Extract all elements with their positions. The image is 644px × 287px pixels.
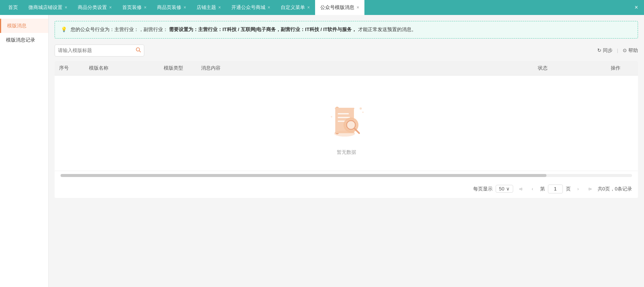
- svg-point-12: [331, 116, 332, 117]
- help-icon: ⊙: [623, 48, 627, 53]
- search-bar-right: ↻ 同步 | ⊙ 帮助: [597, 47, 638, 54]
- tab-custom-menu-label: 自定义菜单: [281, 4, 305, 11]
- search-icon[interactable]: [136, 47, 141, 54]
- tab-bar: 首页 微商城店铺设置 × 商品分类设置 × 首页装修 × 商品页装修 × 店铺主…: [0, 0, 644, 15]
- sync-button[interactable]: ↻ 同步: [597, 47, 613, 54]
- th-status: 状态: [533, 61, 593, 75]
- tab-custom-menu-close[interactable]: ×: [307, 5, 310, 10]
- search-bar: ↻ 同步 | ⊙ 帮助: [55, 45, 638, 57]
- tab-home-label: 首页: [8, 4, 18, 11]
- main-layout: 模版消息 模版消息记录 💡 您的公众号行业为：主营行业：，副营行业： 需要设置为…: [0, 15, 644, 287]
- th-name: 模版名称: [84, 61, 159, 75]
- notice-text-suffix: 才能正常发送预置的消息。: [358, 27, 416, 32]
- sync-label: 同步: [603, 47, 613, 54]
- last-page-button[interactable]: ⊳: [586, 184, 595, 193]
- tab-open-mall-label: 开通公众号商城: [231, 4, 265, 11]
- th-action: 操作: [593, 61, 638, 75]
- svg-line-1: [139, 51, 141, 52]
- tab-wechat-shop[interactable]: 微商城店铺设置 ×: [23, 0, 73, 15]
- sidebar-item-template-msg[interactable]: 模版消息: [0, 19, 48, 33]
- prev-page-button[interactable]: ‹: [528, 184, 537, 193]
- search-input[interactable]: [58, 48, 136, 53]
- page-number-input[interactable]: [548, 184, 563, 193]
- notice-icon: 💡: [61, 27, 67, 32]
- tab-template-msg-label: 公众号模版消息: [320, 4, 354, 11]
- tab-product-page-close[interactable]: ×: [184, 5, 186, 10]
- tab-home-decor[interactable]: 首页装修 ×: [117, 0, 152, 15]
- scroll-thumb[interactable]: [61, 174, 546, 177]
- th-content: 消息内容: [197, 61, 533, 75]
- help-label: 帮助: [628, 47, 638, 54]
- page-label-suffix: 页: [566, 186, 571, 192]
- empty-text: 暂无数据: [337, 149, 356, 156]
- chevron-down-icon: ∨: [506, 186, 510, 192]
- tab-product-category-label: 商品分类设置: [78, 4, 107, 11]
- tab-shop-theme-label: 店铺主题: [197, 4, 216, 11]
- page-label-prefix: 第: [540, 186, 545, 192]
- page-size-label: 每页显示: [473, 186, 493, 192]
- th-seq: 序号: [55, 61, 84, 75]
- tab-shop-theme[interactable]: 店铺主题 ×: [191, 0, 226, 15]
- tab-wechat-shop-close[interactable]: ×: [65, 5, 67, 10]
- divider: |: [617, 48, 618, 53]
- tab-open-mall-close[interactable]: ×: [268, 5, 270, 10]
- sidebar-item-template-msg-label: 模版消息: [7, 23, 27, 28]
- tab-product-category[interactable]: 商品分类设置 ×: [73, 0, 117, 15]
- notice-banner: 💡 您的公众号行业为：主营行业：，副营行业： 需要设置为：主营行业：IT科技 /…: [55, 21, 638, 39]
- first-page-button[interactable]: ⊲: [516, 184, 525, 193]
- tab-template-msg[interactable]: 公众号模版消息 ×: [315, 0, 364, 15]
- help-button[interactable]: ⊙ 帮助: [623, 47, 638, 54]
- next-page-button[interactable]: ›: [574, 184, 583, 193]
- notice-highlight: 需要设置为：主营行业：IT科技 / 互联网|电子商务，副营行业：IT科技 / I…: [169, 27, 357, 32]
- tab-product-category-close[interactable]: ×: [109, 5, 112, 10]
- sidebar-item-template-msg-record-label: 模版消息记录: [6, 37, 35, 43]
- svg-point-11: [362, 112, 364, 113]
- tab-open-mall[interactable]: 开通公众号商城 ×: [226, 0, 275, 15]
- svg-point-10: [360, 107, 362, 110]
- data-table: 序号 模版名称 模版类型 消息内容 状态 操作: [55, 61, 638, 198]
- tab-home-decor-close[interactable]: ×: [144, 5, 147, 10]
- sidebar: 模版消息 模版消息记录: [0, 15, 49, 287]
- pagination: 每页显示 50 ∨ ⊲ ‹ 第 页 › ⊳ 共0页，0条记录: [55, 180, 638, 198]
- table-header: 序号 模版名称 模版类型 消息内容 状态 操作: [55, 61, 638, 76]
- page-size-value: 50: [499, 186, 504, 192]
- page-total: 共0页，0条记录: [598, 186, 632, 192]
- scroll-track[interactable]: [61, 174, 632, 177]
- empty-state: 暂无数据: [55, 76, 638, 171]
- tab-home[interactable]: 首页: [3, 0, 23, 15]
- scroll-bar-area: [55, 171, 638, 180]
- search-input-wrap[interactable]: [55, 45, 144, 57]
- sidebar-item-template-msg-record[interactable]: 模版消息记录: [0, 33, 48, 47]
- tab-shop-theme-close[interactable]: ×: [218, 5, 221, 10]
- tab-custom-menu[interactable]: 自定义菜单 ×: [275, 0, 315, 15]
- th-type: 模版类型: [159, 61, 197, 75]
- sync-icon: ↻: [597, 48, 601, 53]
- tab-home-decor-label: 首页装修: [122, 4, 142, 11]
- page-size-select[interactable]: 50 ∨: [496, 185, 513, 193]
- empty-state-icon: [324, 98, 369, 143]
- tab-product-page-label: 商品页装修: [157, 4, 181, 11]
- close-all-button[interactable]: ×: [632, 4, 641, 11]
- notice-text-prefix: 您的公众号行业为：主营行业：，副营行业：: [71, 27, 168, 32]
- tab-template-msg-close[interactable]: ×: [357, 5, 359, 10]
- tab-wechat-shop-label: 微商城店铺设置: [28, 4, 62, 11]
- tab-product-page[interactable]: 商品页装修 ×: [152, 0, 191, 15]
- content-area: 💡 您的公众号行业为：主营行业：，副营行业： 需要设置为：主营行业：IT科技 /…: [49, 15, 644, 287]
